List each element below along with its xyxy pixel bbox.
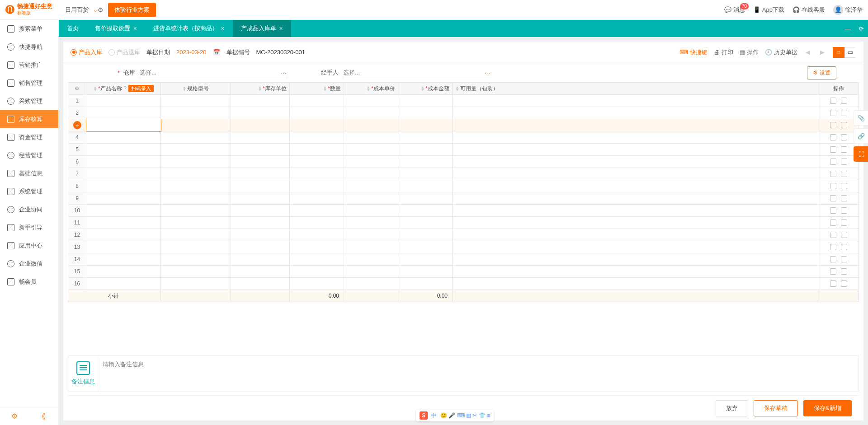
cell-amount[interactable] (398, 180, 453, 192)
delete-row-icon[interactable] (830, 280, 836, 287)
cell-product-name[interactable] (86, 229, 161, 241)
history-button[interactable]: 🕘历史单据 (765, 48, 797, 56)
delete-row-icon[interactable] (830, 220, 836, 226)
cell-price[interactable] (344, 144, 398, 156)
col-amount[interactable]: ▲▼*成本金额 (398, 83, 453, 95)
col-qty[interactable]: ▲▼*数量 (290, 83, 344, 95)
cell-price[interactable] (344, 278, 398, 290)
cell-spec[interactable] (161, 266, 231, 278)
cell-amount[interactable] (398, 95, 453, 107)
cell-price[interactable] (344, 107, 398, 119)
cell-price[interactable] (344, 156, 398, 168)
delete-row-icon[interactable] (830, 110, 836, 116)
shortcut-button[interactable]: ⌨快捷键 (679, 48, 708, 56)
cell-spec[interactable] (161, 217, 231, 229)
tab-3[interactable]: 产成品入库单✕ (233, 20, 291, 37)
cell-product-name[interactable] (86, 205, 161, 217)
cell-price[interactable] (344, 168, 398, 180)
col-unit[interactable]: ▲▼*库存单位 (231, 83, 290, 95)
copy-row-icon[interactable] (841, 183, 847, 189)
cell-amount[interactable] (398, 241, 453, 253)
discard-button[interactable]: 放弃 (716, 400, 748, 416)
cell-unit[interactable] (231, 107, 290, 119)
sidebar-item-14[interactable]: 畅会员 (0, 273, 58, 291)
table-row[interactable]: 2 (68, 107, 859, 119)
save-draft-button[interactable]: 保存草稿 (754, 400, 798, 416)
cell-qty[interactable] (290, 278, 344, 290)
cell-unit[interactable] (231, 180, 290, 192)
cell-product-name[interactable] (86, 266, 161, 278)
delete-row-icon[interactable] (830, 134, 836, 140)
cell-product-name[interactable] (86, 131, 161, 144)
handler-picker-icon[interactable]: ⋯ (484, 70, 490, 76)
cell-product-name[interactable] (86, 253, 161, 266)
sidebar-item-11[interactable]: 新手引导 (0, 219, 58, 237)
sidebar-item-4[interactable]: 采购管理 (0, 92, 58, 110)
cell-unit[interactable] (231, 95, 290, 107)
delete-row-icon[interactable] (830, 244, 836, 250)
delete-row-icon[interactable] (830, 171, 836, 177)
right-panel-expand-icon[interactable]: ⛶ (854, 146, 868, 162)
copy-row-icon[interactable] (841, 220, 847, 226)
cell-amount[interactable] (398, 156, 453, 168)
cell-qty[interactable] (290, 266, 344, 278)
cell-amount[interactable] (398, 168, 453, 180)
cell-spec[interactable] (161, 253, 231, 266)
cell-unit[interactable] (231, 278, 290, 290)
cell-spec[interactable] (161, 180, 231, 192)
copy-row-icon[interactable] (841, 98, 847, 104)
messages-button[interactable]: 💬 消息 70 (724, 6, 745, 14)
delete-row-icon[interactable] (830, 183, 836, 189)
cell-product-name[interactable] (86, 144, 161, 156)
tab-0[interactable]: 首页 (59, 20, 87, 37)
copy-row-icon[interactable] (841, 195, 847, 201)
delete-row-icon[interactable] (830, 122, 836, 128)
cell-unit[interactable] (231, 229, 290, 241)
warehouse-picker-icon[interactable]: ⋯ (281, 70, 287, 76)
add-row-icon[interactable]: + (73, 121, 81, 129)
delete-row-icon[interactable] (830, 195, 836, 201)
cell-spec[interactable] (161, 229, 231, 241)
cell-price[interactable] (344, 253, 398, 266)
tab-minimize-button[interactable]: — (841, 20, 854, 37)
sidebar-item-12[interactable]: 应用中心 (0, 237, 58, 255)
cell-qty[interactable] (290, 156, 344, 168)
date-value[interactable]: 2023-03-20 (176, 49, 207, 56)
app-download-button[interactable]: 📱 App下载 (753, 6, 784, 14)
print-button[interactable]: 🖨打印 (714, 48, 733, 56)
cell-unit[interactable] (231, 131, 290, 144)
cell-spec[interactable] (161, 205, 231, 217)
cell-amount[interactable] (398, 278, 453, 290)
col-available[interactable]: ▲▼可用量（包装） (453, 83, 818, 95)
sidebar-item-8[interactable]: 基础信息 (0, 164, 58, 182)
sidebar-settings-icon[interactable]: ⚙ (0, 407, 29, 425)
cell-spec[interactable] (161, 156, 231, 168)
cell-qty[interactable] (290, 95, 344, 107)
cell-price[interactable] (344, 241, 398, 253)
cell-spec[interactable] (161, 241, 231, 253)
table-row[interactable]: 8 (68, 180, 859, 192)
biz-selector[interactable]: 日用百货 ⌄ (65, 6, 98, 14)
col-spec[interactable]: ▲▼规格型号 (161, 83, 231, 95)
cell-qty[interactable] (290, 168, 344, 180)
warehouse-input[interactable] (139, 67, 288, 78)
view-card-button[interactable]: ▭ (844, 47, 856, 58)
next-doc-button[interactable]: ▶ (818, 49, 826, 56)
column-config-icon[interactable]: ⚙ (75, 85, 80, 92)
col-product-name[interactable]: ▲▼*产品名称 ?扫码录入 (86, 83, 161, 95)
delete-row-icon[interactable] (830, 256, 836, 262)
customer-service-button[interactable]: 🎧 在线客服 (793, 6, 825, 14)
delete-row-icon[interactable] (830, 159, 836, 165)
cell-unit[interactable] (231, 119, 290, 131)
sidebar-item-10[interactable]: 企业协同 (0, 201, 58, 219)
cell-spec[interactable] (161, 95, 231, 107)
cell-spec[interactable] (161, 144, 231, 156)
cell-amount[interactable] (398, 266, 453, 278)
cell-product-name[interactable] (86, 180, 161, 192)
cell-amount[interactable] (398, 107, 453, 119)
delete-row-icon[interactable] (830, 98, 836, 104)
copy-row-icon[interactable] (841, 146, 847, 153)
close-icon[interactable]: ✕ (133, 26, 137, 32)
operate-button[interactable]: ▦操作 (740, 48, 759, 56)
cell-price[interactable] (344, 266, 398, 278)
